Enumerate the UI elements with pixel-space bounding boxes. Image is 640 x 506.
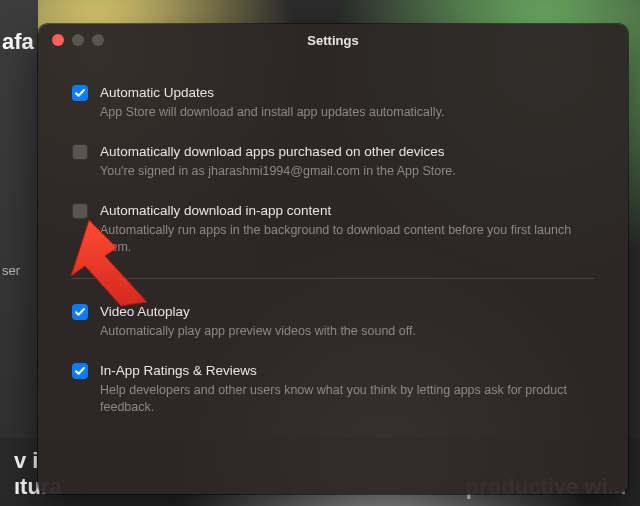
setting-row-ratings-reviews: In-App Ratings & Reviews Help developers… (72, 352, 594, 428)
settings-window: Settings Automatic Updates App Store wil… (38, 24, 628, 494)
checkbox-ratings-reviews[interactable] (72, 363, 88, 379)
settings-content: Automatic Updates App Store will downloa… (38, 56, 628, 428)
setting-row-auto-updates: Automatic Updates App Store will downloa… (72, 74, 594, 133)
bg-text: ser (2, 264, 38, 278)
checkbox-auto-updates[interactable] (72, 85, 88, 101)
checkmark-icon (74, 306, 86, 318)
checkbox-download-in-app[interactable] (72, 203, 88, 219)
window-title: Settings (38, 33, 628, 48)
setting-description: Help developers and other users know wha… (100, 382, 594, 416)
checkmark-icon (74, 87, 86, 99)
setting-label: Video Autoplay (100, 303, 594, 321)
bg-text: afa (2, 30, 38, 54)
checkbox-video-autoplay[interactable] (72, 304, 88, 320)
background-sidebar-fragment: afa ser (0, 0, 38, 506)
setting-row-download-in-app: Automatically download in-app content Au… (72, 192, 594, 268)
checkbox-download-other-devices[interactable] (72, 144, 88, 160)
setting-label: Automatic Updates (100, 84, 594, 102)
setting-label: In-App Ratings & Reviews (100, 362, 594, 380)
setting-label: Automatically download in-app content (100, 202, 594, 220)
setting-row-download-other-devices: Automatically download apps purchased on… (72, 133, 594, 192)
window-titlebar[interactable]: Settings (38, 24, 628, 56)
checkmark-icon (74, 365, 86, 377)
setting-description: You're signed in as jharashmi1994@gmail.… (100, 163, 594, 180)
setting-label: Automatically download apps purchased on… (100, 143, 594, 161)
setting-description: Automatically play app preview videos wi… (100, 323, 594, 340)
setting-row-video-autoplay: Video Autoplay Automatically play app pr… (72, 293, 594, 352)
separator (72, 278, 594, 279)
setting-description: App Store will download and install app … (100, 104, 594, 121)
setting-description: Automatically run apps in the background… (100, 222, 594, 256)
